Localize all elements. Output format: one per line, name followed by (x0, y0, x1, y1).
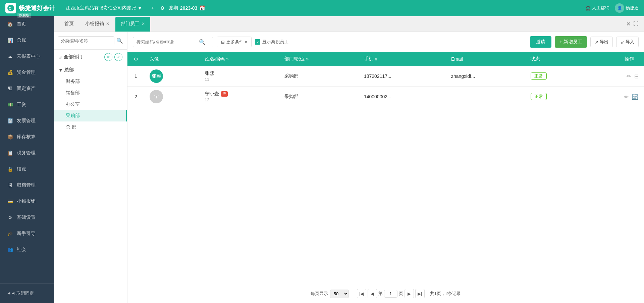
row2-name-code: 宁小壹 应 12 (200, 87, 279, 107)
dept-search-input[interactable] (58, 36, 114, 45)
edit-employee-1-btn[interactable]: ✏ (627, 73, 631, 80)
sidebar-item-cloud-report[interactable]: ☁ 云报表中心 (0, 48, 54, 64)
next-page-btn[interactable]: ▶ (405, 289, 414, 298)
close-expense-tab[interactable]: ✕ (106, 21, 109, 26)
invoice-icon: 🧾 (7, 117, 13, 124)
avatar-ning: 宁 (150, 90, 163, 103)
col-name-code[interactable]: 姓名/编码 ⇅ (200, 52, 279, 66)
avatar: 👤 (615, 3, 624, 13)
status-badge-2: 正常 (531, 93, 547, 100)
tab-expense[interactable]: 小畅报销 ✕ (80, 17, 115, 32)
period-display: 账期 2023-03 📅 (169, 5, 205, 11)
sidebar-item-asset[interactable]: 🏗 固定资产 (0, 81, 54, 97)
more-action-1-btn[interactable]: ⊟ (634, 73, 639, 80)
sidebar-item-social[interactable]: 👥 社会 (0, 242, 54, 258)
company-selector[interactable]: 江西服宝精品有限责任公司内账张 ▼ (66, 5, 142, 11)
last-page-btn[interactable]: ▶| (415, 289, 425, 298)
tab-home[interactable]: 首页 (59, 17, 79, 32)
expand-window-btn[interactable]: ⛶ (633, 21, 639, 27)
app-logo: C 畅捷通好会计 (5, 3, 55, 13)
delete-employee-2-btn[interactable]: 🔄 (632, 94, 639, 100)
sidebar-item-close-account[interactable]: 🔒 结账 (0, 161, 54, 177)
sidebar-item-guide[interactable]: 🎓 新手引导 (0, 225, 54, 242)
avatar-zhang: 张熙 (150, 69, 163, 83)
logo-icon: C (5, 3, 16, 13)
first-page-btn[interactable]: |◀ (357, 289, 366, 298)
tab-bar: 首页 小畅报销 ✕ 部门员工 ✕ ✕ ⛶ (54, 16, 644, 32)
row1-email: zhangxidf... (446, 66, 525, 87)
sidebar-item-salary[interactable]: 💵 工资 (0, 97, 54, 113)
sidebar-item-archive[interactable]: 🗄 归档管理 (0, 177, 54, 193)
sidebar-item-fund[interactable]: 💰 资金管理 (0, 64, 54, 81)
cloud-report-icon: ☁ (7, 53, 13, 60)
topbar-actions: ＋ ⚙ (150, 5, 165, 11)
col-settings[interactable]: ⚙ (127, 52, 144, 66)
sidebar-item-inventory[interactable]: 📦 库存核算 (0, 129, 54, 145)
row1-dept: 采购部 (279, 66, 359, 87)
user-profile[interactable]: 👤 畅捷通 (615, 3, 639, 13)
per-page-select[interactable]: 50 20 100 (330, 290, 349, 298)
import-btn[interactable]: ↙ 导入 (616, 37, 639, 47)
row2-no: 2 (127, 87, 144, 107)
resigned-checkbox[interactable]: ✓ (255, 39, 260, 45)
dept-sort-icon: ⇅ (306, 57, 309, 61)
asset-icon: 🏗 (7, 85, 13, 92)
expense-icon: 💳 (7, 198, 13, 205)
edit-employee-2-btn[interactable]: ✏ (624, 94, 629, 100)
more-filter-btn[interactable]: ⊟ 更多条件 ▾ (217, 37, 252, 47)
sidebar-item-tax[interactable]: 📋 税务管理 (0, 145, 54, 161)
employee-toolbar: 🔍 ⊟ 更多条件 ▾ ✓ 显示离职员工 邀请 (127, 32, 644, 52)
export-btn[interactable]: ↗ 导出 (590, 37, 613, 47)
guide-icon: 🎓 (7, 230, 13, 237)
edition-tag: 旗舰版 (17, 13, 31, 18)
dept-node-zongbu[interactable]: ▼ 总部 (54, 64, 127, 76)
cancel-fixed-btn[interactable]: ◄◄ 取消固定 (0, 287, 54, 300)
edit-dept-btn[interactable]: ✏ (104, 53, 112, 61)
sidebar-item-settings[interactable]: ⚙ 基础设置 (0, 209, 54, 225)
dept-node-finance[interactable]: 财务部 (54, 76, 127, 87)
dept-header-icons: ✏ « (104, 53, 122, 61)
settings-btn[interactable]: ⚙ (160, 5, 165, 11)
sidebar-item-expense[interactable]: 💳 小畅报销 (0, 193, 54, 209)
close-window-btn[interactable]: ✕ (626, 21, 631, 27)
dept-node-sales[interactable]: 销售部 (54, 87, 127, 99)
sidebar-bottom: ◄◄ 取消固定 (0, 283, 54, 303)
row1-status: 正常 (525, 66, 587, 87)
col-dept-position[interactable]: 部门/职位 ⇅ (279, 52, 359, 66)
topbar: C 畅捷通好会计 旗舰版 江西服宝精品有限责任公司内账张 ▼ ＋ ⚙ 账期 20… (0, 0, 644, 16)
sidebar-item-ledger[interactable]: 📊 总账 (0, 32, 54, 48)
invite-btn[interactable]: 邀请 (530, 36, 551, 48)
fund-icon: 💰 (7, 69, 13, 76)
table-row: 1 张熙 张熙 (127, 66, 644, 87)
row2-avatar: 宁 (144, 87, 200, 107)
search-input[interactable] (137, 40, 197, 45)
import-icon: ↙ (621, 40, 624, 45)
row1-name-code: 张熙 11 (200, 66, 279, 87)
dept-node-purchase[interactable]: 采购部 (54, 110, 127, 121)
page-total: 共1页，2条记录 (430, 291, 461, 297)
search-icon[interactable]: 🔍 (199, 39, 206, 45)
per-page-info: 每页显示 50 20 100 (311, 290, 349, 298)
collapse-dept-btn[interactable]: « (114, 53, 122, 61)
dept-search-icon[interactable]: 🔍 (116, 38, 123, 44)
prev-page-btn[interactable]: ◀ (368, 289, 377, 298)
tab-right: ✕ ⛶ (626, 21, 639, 27)
col-phone[interactable]: 手机 ⇅ (359, 52, 446, 66)
close-dept-tab[interactable]: ✕ (142, 21, 145, 26)
salary-icon: 💵 (7, 101, 13, 108)
show-resigned-toggle[interactable]: ✓ 显示离职员工 (255, 39, 288, 45)
dept-node-office[interactable]: 办公室 (54, 99, 127, 110)
add-tab-btn[interactable]: ＋ (150, 5, 155, 11)
tax-icon: 📋 (7, 150, 13, 156)
dept-node-general[interactable]: 总 部 (54, 121, 127, 133)
row2-dept: 采购部 (279, 87, 359, 107)
service-btn[interactable]: 🎧 人工咨询 (585, 5, 609, 11)
page-input[interactable] (384, 290, 397, 298)
col-email: Email (446, 52, 525, 66)
tab-dept-employee[interactable]: 部门员工 ✕ (115, 17, 150, 32)
sidebar-item-home[interactable]: 🏠 首页 (0, 16, 54, 32)
add-employee-btn[interactable]: + 新增员工 (555, 36, 587, 48)
chevron-down-icon: ▾ (245, 40, 247, 45)
sidebar-item-invoice[interactable]: 🧾 发票管理 (0, 113, 54, 129)
all-dept-label[interactable]: ⊞ 全部部门 (58, 54, 83, 60)
